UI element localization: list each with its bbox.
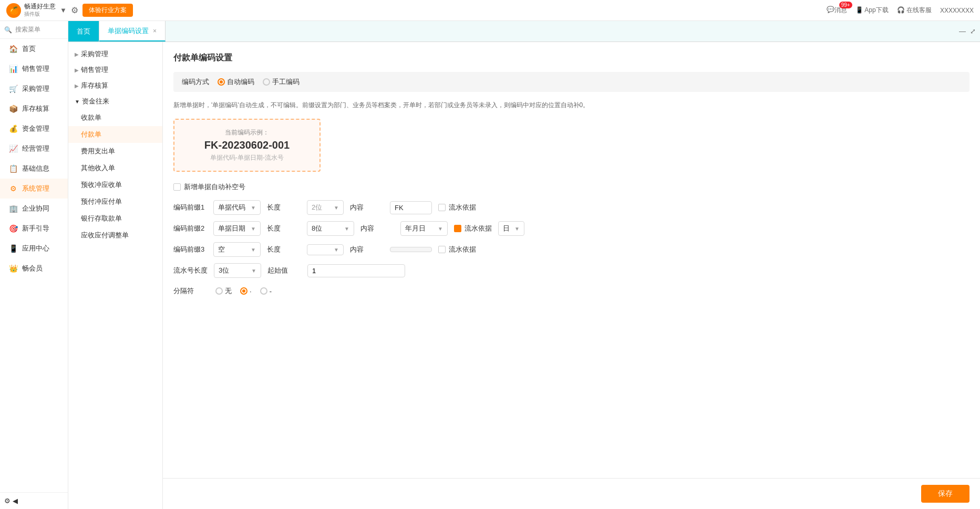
- tab-expand-icon[interactable]: ⤢: [970, 27, 976, 35]
- auto-encoding-radio[interactable]: 自动编码: [218, 77, 254, 87]
- length3-label: 长度: [267, 245, 301, 254]
- arrow-icon: ▶: [75, 51, 79, 57]
- settings-icon[interactable]: ⚙: [71, 5, 78, 15]
- sidebar-item-inventory[interactable]: 📦 库存核算: [0, 99, 68, 119]
- page-content: ▶ 采购管理 ▶ 销售管理 ▶ 库存核算 ▼ 资金往来 收款单 付款单 费用支出…: [68, 42, 980, 509]
- serial3-checkbox[interactable]: [438, 246, 446, 253]
- prefix3-select[interactable]: 空 ▼: [213, 242, 261, 257]
- length2-select[interactable]: 8位 ▼: [307, 221, 354, 236]
- message-badge: 99+: [839, 2, 852, 8]
- chevron-down-icon: ▼: [438, 226, 443, 232]
- chevron-down-icon: ▼: [334, 205, 339, 211]
- start-value-label: 起始值: [267, 266, 301, 275]
- finance-icon: 💰: [8, 124, 18, 133]
- prefix2-select[interactable]: 单据日期 ▼: [213, 221, 261, 236]
- logo: 🍊 畅通好生意 插件版: [6, 3, 56, 18]
- tab-home[interactable]: 首页: [68, 21, 99, 41]
- serial-length-row: 流水号长度 3位 ▼ 起始值: [173, 263, 969, 278]
- chevron-down-icon: ▼: [251, 205, 256, 211]
- tab-bar-actions: — ⤢: [955, 27, 980, 35]
- serial1-checkbox[interactable]: [438, 204, 446, 211]
- separator-none-radio[interactable]: 无: [215, 286, 232, 296]
- sidebar-item-operations[interactable]: 📈 经营管理: [0, 139, 68, 159]
- left-nav: ▶ 采购管理 ▶ 销售管理 ▶ 库存核算 ▼ 资金往来 收款单 付款单 费用支出…: [68, 42, 163, 509]
- purchase-icon: 🛒: [8, 84, 18, 94]
- content1-input: FK: [390, 201, 432, 214]
- sidebar-item-finance[interactable]: 💰 资金管理: [0, 119, 68, 139]
- tab-close-icon[interactable]: ×: [153, 27, 157, 35]
- auto-radio-dot: [220, 80, 223, 84]
- sidebar-item-basic[interactable]: 📋 基础信息: [0, 159, 68, 179]
- nav-group-finance[interactable]: ▼ 资金往来: [68, 94, 162, 109]
- encoding-method-label: 编码方式: [182, 77, 209, 87]
- nav-group-inventory[interactable]: ▶ 库存核算: [68, 78, 162, 94]
- nav-group-purchase[interactable]: ▶ 采购管理: [68, 46, 162, 62]
- nav-item-prepay-payable[interactable]: 预付冲应付单: [68, 193, 162, 210]
- sidebar-item-home[interactable]: 🏠 首页: [0, 39, 68, 59]
- sidebar-item-enterprise[interactable]: 🏢 企业协同: [0, 199, 68, 219]
- length1-select[interactable]: 2位 ▼: [307, 200, 344, 215]
- serial2-item: 流水依据: [454, 224, 492, 233]
- separator-dot-radio[interactable]: ·: [240, 287, 252, 295]
- prefix1-select[interactable]: 单据代码 ▼: [213, 200, 261, 215]
- tab-minimize-icon[interactable]: —: [959, 27, 966, 35]
- bottom-collapse-icon[interactable]: ◀: [13, 497, 18, 505]
- sidebar-item-sales[interactable]: 📊 销售管理: [0, 59, 68, 79]
- length3-select[interactable]: ▼: [307, 244, 344, 255]
- sidebar-item-system[interactable]: ⚙ 系统管理: [0, 179, 68, 199]
- sidebar-search[interactable]: 🔍 搜索菜单: [0, 21, 68, 39]
- nav-item-adjust[interactable]: 应收应付调整单: [68, 227, 162, 244]
- serial-length-label: 流水号长度: [173, 266, 208, 275]
- logo-text-wrap: 畅通好生意 插件版: [24, 3, 56, 18]
- top-bar-controls: ▼ ⚙ 体验行业方案: [60, 4, 133, 17]
- serial-length-select[interactable]: 3位 ▼: [214, 263, 261, 278]
- arrow-icon: ▼: [75, 99, 80, 105]
- sidebar-item-member[interactable]: 👑 畅会员: [0, 258, 68, 278]
- nav-item-bank-deposit[interactable]: 银行存取款单: [68, 210, 162, 227]
- content2-label: 内容: [360, 224, 394, 233]
- nav-group-sales[interactable]: ▶ 销售管理: [68, 62, 162, 78]
- manual-encoding-radio[interactable]: 手工编码: [263, 77, 300, 87]
- day-select[interactable]: 日 ▼: [498, 221, 524, 236]
- nav-item-prepay-receivable[interactable]: 预收冲应收单: [68, 176, 162, 193]
- app-download[interactable]: 📱 App下载: [855, 6, 889, 15]
- nav-item-other-income[interactable]: 其他收入单: [68, 160, 162, 176]
- inventory-icon: 📦: [8, 104, 18, 113]
- serial2-checkbox[interactable]: [454, 225, 461, 232]
- sidebar-item-appcenter[interactable]: 📱 应用中心: [0, 238, 68, 258]
- message-wrap[interactable]: 💬 消息 99+: [827, 6, 847, 15]
- nav-item-receipt[interactable]: 收款单: [68, 109, 162, 126]
- auto-fill-checkbox[interactable]: [173, 183, 181, 191]
- info-text: 新增单据时，'单据编码'自动生成，不可编辑。前缀设置为部门、业务员等档案类，开单…: [173, 100, 969, 110]
- auto-fill-checkbox-row[interactable]: 新增单据自动补空号: [173, 182, 969, 192]
- user-name[interactable]: XXXXXXXX: [940, 7, 974, 14]
- separator-dot-circle: [240, 287, 247, 295]
- logo-sub: 插件版: [24, 11, 56, 18]
- home-icon: 🏠: [8, 44, 18, 54]
- bottom-settings-icon[interactable]: ⚙: [4, 497, 11, 505]
- dropdown-button[interactable]: ▼: [60, 6, 67, 14]
- code-preview-label: 当前编码示例：: [225, 128, 269, 137]
- separator-dash-radio[interactable]: -: [260, 287, 272, 295]
- trial-button[interactable]: 体验行业方案: [82, 4, 133, 17]
- arrow-icon: ▶: [75, 67, 79, 73]
- length1-label: 长度: [267, 203, 301, 212]
- separator-none-circle: [215, 287, 223, 295]
- content2-select[interactable]: 年月日 ▼: [400, 221, 448, 236]
- nav-item-payment[interactable]: 付款单: [68, 126, 162, 143]
- logo-icon: 🍊: [6, 3, 21, 18]
- save-button[interactable]: 保存: [921, 485, 969, 503]
- nav-item-expense[interactable]: 费用支出单: [68, 143, 162, 160]
- chevron-down-icon: ▼: [514, 226, 520, 232]
- enterprise-icon: 🏢: [8, 204, 18, 213]
- start-value-input[interactable]: [307, 264, 405, 277]
- sidebar-item-purchase[interactable]: 🛒 采购管理: [0, 79, 68, 99]
- online-service[interactable]: 🎧 在线客服: [897, 6, 932, 15]
- right-content: 付款单编码设置 编码方式 自动编码: [163, 42, 980, 478]
- form-row-3: 编码前缀3 空 ▼ 长度 ▼ 内容: [173, 242, 969, 257]
- tab-encoding-settings[interactable]: 单据编码设置 ×: [99, 21, 166, 41]
- manual-radio-circle: [263, 78, 270, 86]
- arrow-icon: ▶: [75, 83, 79, 89]
- main-layout: 🔍 搜索菜单 🏠 首页 📊 销售管理 🛒 采购管理 📦 库存核算 💰 资金管理 …: [0, 21, 980, 509]
- sidebar-item-newbie[interactable]: 🎯 新手引导: [0, 219, 68, 238]
